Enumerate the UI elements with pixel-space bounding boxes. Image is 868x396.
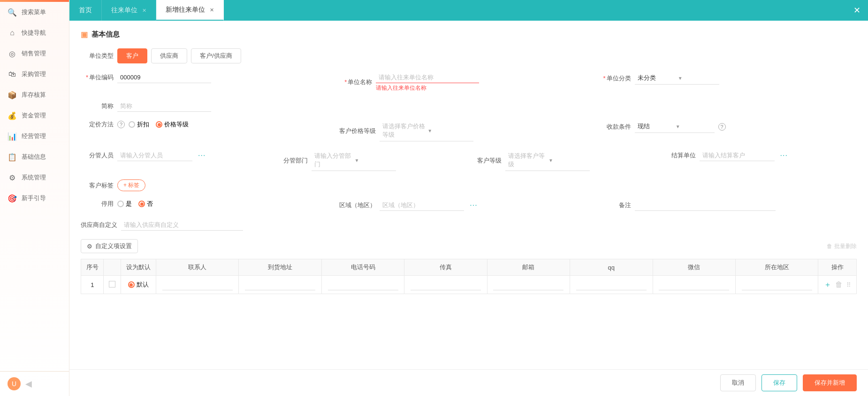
cell-region[interactable] xyxy=(735,276,818,294)
radio-price-level-circle xyxy=(156,121,162,128)
customer-price-level-select[interactable]: 请选择客户价格等级 ▼ xyxy=(380,120,473,141)
settlement-more-btn[interactable]: ··· xyxy=(778,151,790,160)
region-input[interactable] xyxy=(380,200,464,211)
payment-help-icon[interactable]: ? xyxy=(718,123,726,131)
sidebar-item-label: 搜索菜单 xyxy=(22,8,46,16)
chevron-down-icon4: ▼ xyxy=(355,158,393,163)
unit-code-field: *单位编码 xyxy=(81,72,339,83)
chevron-down-icon5: ▼ xyxy=(548,158,587,163)
tab-new-partner[interactable]: 新增往来单位 ✕ xyxy=(156,0,224,21)
remarks-input[interactable] xyxy=(635,200,776,211)
sidebar-item-guide[interactable]: 🎯 新手引导 xyxy=(0,188,69,209)
save-button[interactable]: 保存 xyxy=(761,374,797,391)
bottom-bar: 取消 保存 保存并新增 xyxy=(69,369,868,396)
department-select[interactable]: 请输入分管部门 ▼ xyxy=(312,150,396,171)
row-codes: *单位编码 *单位名称 请输入往来单位名称 *单位分类 未分类 ▼ xyxy=(81,72,857,92)
sidebar-item-operations[interactable]: 📊 经营管理 xyxy=(0,126,69,147)
sidebar-collapse-icon[interactable]: ◀ xyxy=(25,379,32,389)
supervisor-field: 分管人员 ··· xyxy=(81,150,275,161)
phone-input[interactable] xyxy=(328,279,398,290)
address-input[interactable] xyxy=(245,279,315,290)
customer-level-placeholder: 请选择客户等级 xyxy=(508,152,547,169)
customer-level-label: 客户等级 xyxy=(469,156,502,165)
region-more-btn[interactable]: ··· xyxy=(468,201,479,210)
cell-phone[interactable] xyxy=(321,276,404,294)
wechat-input[interactable] xyxy=(659,279,729,290)
sidebar-item-search[interactable]: 🔍 搜索菜单 xyxy=(0,2,69,23)
sidebar-item-inventory[interactable]: 📦 库存核算 xyxy=(0,85,69,105)
cell-checkbox[interactable] xyxy=(104,276,121,294)
drag-handle[interactable]: ⠿ xyxy=(846,281,851,288)
settlement-unit-field: 结算单位 ··· xyxy=(663,150,857,161)
add-tag-button[interactable]: + 标签 xyxy=(117,179,145,191)
window-close-button[interactable]: ✕ xyxy=(846,0,868,21)
fax-input[interactable] xyxy=(411,279,481,290)
radio-price-level[interactable]: 价格等级 xyxy=(156,120,189,129)
col-address: 到货地址 xyxy=(239,259,321,276)
sidebar: 🔍 搜索菜单 ⌂ 快捷导航 ◎ 销售管理 🛍 采购管理 📦 库存核算 💰 资金管… xyxy=(0,0,69,396)
sidebar-item-sales[interactable]: ◎ 销售管理 xyxy=(0,43,69,64)
email-input[interactable] xyxy=(493,279,563,290)
tab-partners-close[interactable]: ✕ xyxy=(142,8,146,14)
delete-row-button[interactable]: 🗑 xyxy=(835,280,843,289)
home-icon: ⌂ xyxy=(8,28,17,38)
batch-delete-button[interactable]: 🗑 批量删除 xyxy=(827,242,857,250)
radio-disabled-no[interactable]: 否 xyxy=(138,200,153,208)
abbreviation-input[interactable] xyxy=(117,101,211,112)
pricing-radio-group: 折扣 价格等级 xyxy=(129,120,189,129)
sidebar-item-quick-nav[interactable]: ⌂ 快捷导航 xyxy=(0,23,69,43)
row-supervisor: 分管人员 ··· 分管部门 请输入分管部门 ▼ 客户等级 请选择客户等级 ▼ 结… xyxy=(81,150,857,171)
default-radio[interactable]: 默认 xyxy=(126,280,151,289)
pricing-method-label: 定价方法 xyxy=(81,120,114,129)
supervisor-input[interactable] xyxy=(117,150,192,161)
unit-code-input[interactable] xyxy=(117,72,211,83)
cell-email[interactable] xyxy=(487,276,570,294)
supervisor-more-btn[interactable]: ··· xyxy=(196,151,207,160)
unit-name-label: *单位名称 xyxy=(339,78,372,86)
disabled-label: 停用 xyxy=(81,200,114,208)
cell-fax[interactable] xyxy=(404,276,487,294)
qq-input[interactable] xyxy=(576,279,647,290)
row-supplier-custom: 供应商自定义 xyxy=(81,219,857,231)
unit-type-field: 单位类型 客户 供应商 客户/供应商 xyxy=(81,48,241,63)
pricing-help-icon[interactable]: ? xyxy=(117,121,125,128)
cell-wechat[interactable] xyxy=(653,276,735,294)
radio-discount[interactable]: 折扣 xyxy=(129,120,149,129)
contact-input[interactable] xyxy=(162,279,233,290)
batch-delete-label: 批量删除 xyxy=(834,242,857,250)
save-new-button[interactable]: 保存并新增 xyxy=(803,374,857,391)
tab-home[interactable]: 首页 xyxy=(69,0,102,21)
cancel-button[interactable]: 取消 xyxy=(720,374,756,391)
add-tag-label: + 标签 xyxy=(123,181,139,189)
tab-partners[interactable]: 往来单位 ✕ xyxy=(102,0,156,21)
btn-type-customer[interactable]: 客户 xyxy=(117,48,147,63)
unit-code-label: *单位编码 xyxy=(81,73,114,82)
sidebar-item-finance[interactable]: 💰 资金管理 xyxy=(0,105,69,126)
add-row-button[interactable]: ＋ xyxy=(824,280,831,290)
custom-settings-label: 自定义项设置 xyxy=(95,242,132,250)
payment-terms-select[interactable]: 现结 ▼ xyxy=(635,120,715,133)
custom-settings-button[interactable]: ⚙ 自定义项设置 xyxy=(81,239,138,253)
btn-type-both[interactable]: 客户/供应商 xyxy=(191,48,241,63)
customer-tags-label: 客户标签 xyxy=(81,181,114,190)
radio-no-label: 否 xyxy=(147,200,153,208)
cell-qq[interactable] xyxy=(570,276,653,294)
unit-category-select[interactable]: 未分类 ▼ xyxy=(635,72,719,85)
unit-name-field: *单位名称 请输入往来单位名称 xyxy=(339,72,598,92)
sidebar-item-basic-info[interactable]: 📋 基础信息 xyxy=(0,147,69,167)
table-row: 1 默认 xyxy=(81,276,857,294)
region-table-input[interactable] xyxy=(742,279,812,290)
row-checkbox[interactable] xyxy=(109,281,115,287)
unit-name-input[interactable] xyxy=(376,72,479,83)
btn-type-supplier[interactable]: 供应商 xyxy=(151,48,187,63)
settlement-unit-input[interactable] xyxy=(700,150,775,161)
unit-category-label: *单位分类 xyxy=(598,74,631,83)
cell-address[interactable] xyxy=(239,276,321,294)
supplier-custom-input[interactable] xyxy=(121,219,243,231)
radio-disabled-yes[interactable]: 是 xyxy=(117,200,132,208)
sidebar-item-purchase[interactable]: 🛍 采购管理 xyxy=(0,64,69,85)
sidebar-item-system[interactable]: ⚙ 系统管理 xyxy=(0,167,69,188)
cell-contact[interactable] xyxy=(156,276,238,294)
customer-level-select[interactable]: 请选择客户等级 ▼ xyxy=(505,150,590,171)
tab-new-partner-close[interactable]: ✕ xyxy=(210,7,214,13)
